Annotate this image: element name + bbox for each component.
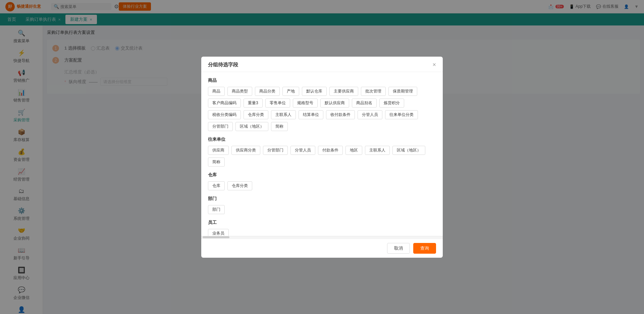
field-tag-供应商分类[interactable]: 供应商分类 [231,146,260,155]
modal-title: 分组待选字段 [208,62,238,68]
field-tag-产地[interactable]: 产地 [282,87,299,96]
field-tag-默认供应商[interactable]: 默认供应商 [320,99,349,108]
section-warehouse-tags: 仓库仓库分类 [208,181,436,190]
section-employee-tags: 业务员 [208,229,436,236]
section-department: 部门部门 [208,196,436,214]
section-warehouse: 仓库仓库仓库分类 [208,172,436,190]
field-tag-默认仓库[interactable]: 默认仓库 [302,87,327,96]
modal-footer: 取消 查询 [201,239,443,258]
field-tag-地区[interactable]: 地区 [345,146,362,155]
field-tag-主联系人[interactable]: 主联系人 [365,146,390,155]
section-department-tags: 部门 [208,205,436,214]
field-tag-规格型号[interactable]: 规格型号 [293,99,318,108]
field-tag-客户商品编码[interactable]: 客户商品编码 [208,99,241,108]
section-goods: 商品商品商品类型商品分类产地默认仓库主要供应商批次管理保质期管理客户商品编码重量… [208,77,436,131]
field-tag-简称[interactable]: 简称 [271,122,288,131]
modal-hscroll-bar [203,236,229,238]
modal-body: 商品商品商品类型商品分类产地默认仓库主要供应商批次管理保质期管理客户商品编码重量… [201,72,443,236]
section-counterpart-tags: 供应商供应商分类分管部门分管人员付款条件地区主联系人区域（地区）简称 [208,146,436,167]
field-tag-结算单位[interactable]: 结算单位 [299,110,323,119]
field-tag-重量3[interactable]: 重量3 [244,99,263,108]
field-tag-仓库[interactable]: 仓库 [208,181,225,190]
section-warehouse-title: 仓库 [208,172,436,178]
field-tag-往来单位分类[interactable]: 往来单位分类 [385,110,418,119]
section-goods-title: 商品 [208,77,436,83]
section-employee-title: 员工 [208,219,436,226]
field-tag-分管部门[interactable]: 分管部门 [208,122,233,131]
field-tag-部门[interactable]: 部门 [208,205,225,214]
field-tag-商品分类[interactable]: 商品分类 [255,87,280,96]
field-tag-分管部门[interactable]: 分管部门 [263,146,288,155]
field-tag-保质期管理[interactable]: 保质期管理 [388,87,417,96]
field-tag-仓库分类[interactable]: 仓库分类 [244,110,268,119]
modal-header: 分组待选字段 × [201,57,443,72]
section-counterpart-title: 往来单位 [208,136,436,142]
field-tag-业务员[interactable]: 业务员 [208,229,229,236]
section-employee: 员工业务员 [208,219,436,236]
field-tag-商品类型[interactable]: 商品类型 [227,87,252,96]
section-counterpart: 往来单位供应商供应商分类分管部门分管人员付款条件地区主联系人区域（地区）简称 [208,136,436,167]
field-tag-税收分类编码[interactable]: 税收分类编码 [208,110,241,119]
field-tag-区域（地区）[interactable]: 区域（地区） [235,122,268,131]
field-tag-商品别名[interactable]: 商品别名 [352,99,377,108]
section-department-title: 部门 [208,196,436,202]
modal-overlay: 分组待选字段 × 商品商品商品类型商品分类产地默认仓库主要供应商批次管理保质期管… [0,0,644,314]
section-goods-tags: 商品商品类型商品分类产地默认仓库主要供应商批次管理保质期管理客户商品编码重量3零… [208,87,436,131]
field-tag-主要供应商[interactable]: 主要供应商 [329,87,358,96]
confirm-button[interactable]: 查询 [413,243,436,254]
field-tag-分管人员[interactable]: 分管人员 [358,110,382,119]
field-tag-区域（地区）[interactable]: 区域（地区） [392,146,425,155]
field-tag-炼货积分[interactable]: 炼货积分 [379,99,404,108]
field-tag-分管人员[interactable]: 分管人员 [290,146,315,155]
field-tag-批次管理[interactable]: 批次管理 [361,87,386,96]
field-tag-主联系人[interactable]: 主联系人 [271,110,296,119]
field-tag-付款条件[interactable]: 付款条件 [318,146,343,155]
modal-hscroll[interactable] [201,236,443,239]
field-tag-商品[interactable]: 商品 [208,87,225,96]
cancel-button[interactable]: 取消 [387,243,410,254]
field-tag-供应商[interactable]: 供应商 [208,146,229,155]
field-tag-简称[interactable]: 简称 [208,158,225,167]
modal-close-btn[interactable]: × [432,61,436,68]
field-tag-收付款条件[interactable]: 收付款条件 [326,110,355,119]
field-tag-零售单位[interactable]: 零售单位 [265,99,290,108]
modal: 分组待选字段 × 商品商品商品类型商品分类产地默认仓库主要供应商批次管理保质期管… [201,57,443,258]
field-tag-仓库分类[interactable]: 仓库分类 [227,181,252,190]
